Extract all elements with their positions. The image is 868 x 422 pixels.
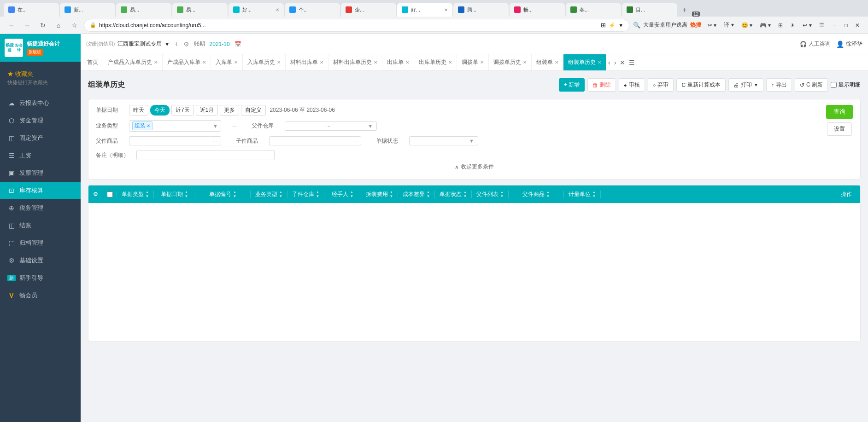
page-tab-home[interactable]: 首页 [82, 54, 103, 71]
export-button[interactable]: ↑ 导出 [766, 78, 792, 92]
scissors-tool[interactable]: ✂ ▾ [705, 21, 719, 29]
browser-tab-6[interactable]: 个... [285, 3, 340, 17]
settings-gear-icon[interactable]: ⚙ [183, 40, 189, 48]
th-cost1[interactable]: 拆装费用 ▲▼ [361, 191, 398, 198]
date-btn-yesterday[interactable]: 昨天 [129, 105, 148, 116]
browser-tab-10[interactable]: 畅... [510, 3, 565, 17]
page-tab-outbound-hist[interactable]: 出库单历史 ✕ [414, 54, 457, 71]
sidebar-item-guide[interactable]: 新 新手引导 [0, 269, 81, 287]
browser-tab-1[interactable]: 在... [4, 3, 59, 17]
parent-goods-select[interactable]: ··· [129, 136, 221, 145]
new-tab-button[interactable]: + [678, 4, 691, 17]
browser-tab-7[interactable]: 企... [341, 3, 396, 17]
grid-tool[interactable]: ⊞ [775, 21, 786, 29]
close-window-button[interactable]: ✕ [852, 21, 862, 29]
page-tab-inbound-hist[interactable]: 入库单历史 ✕ [243, 54, 286, 71]
settings-col-icon[interactable]: ⚙ [93, 191, 98, 197]
th-unit-sort[interactable]: ▲▼ [592, 191, 596, 198]
close-prod-inbound-hist[interactable]: ✕ [154, 60, 158, 65]
th-settings[interactable]: ⚙ [88, 191, 103, 197]
th-cost2-sort[interactable]: ▲▼ [427, 191, 430, 198]
sidebar-item-tax[interactable]: ⊕ 税务管理 [0, 199, 81, 217]
abandon-button[interactable]: ○ 弃审 [648, 78, 674, 92]
tab-close-current[interactable]: ✕ [618, 59, 627, 66]
refresh-button[interactable]: ↺ C 刷新 [795, 78, 828, 92]
page-tab-transfer[interactable]: 调拨单 ✕ [457, 54, 489, 71]
company-dropdown-arrow[interactable]: ▼ [164, 41, 170, 47]
browser-tab-12[interactable]: 目... [622, 3, 677, 17]
browser-tab-9[interactable]: 腾... [453, 3, 509, 17]
th-cost1-sort[interactable]: ▲▼ [390, 191, 393, 198]
add-button[interactable]: + 新增 [559, 78, 585, 92]
url-bar[interactable]: 🔒 https://cloud.chanjet.com/accounting/u… [84, 19, 629, 32]
sidebar-item-fixed-assets[interactable]: ◫ 固定资产 [0, 129, 81, 147]
browser-tab-8[interactable]: 好... ✕ [397, 3, 452, 17]
biz-type-tag-remove[interactable]: ✕ [147, 123, 150, 128]
parent-warehouse-more[interactable]: ··· [326, 123, 330, 129]
child-goods-more[interactable]: ··· [353, 138, 357, 144]
query-button[interactable]: 查询 [826, 105, 853, 119]
th-parent-goods-sort[interactable]: ▲▼ [546, 191, 550, 198]
period-value[interactable]: 2021-10 [210, 41, 230, 47]
tab-more-menu[interactable]: ☰ [627, 59, 637, 66]
company-selector[interactable]: (勿删勿禁用) 江西服宝测试专用 ▼ [86, 40, 170, 48]
game-tool[interactable]: 🎮 ▾ [757, 21, 774, 29]
close-prod-inbound[interactable]: ✕ [202, 60, 206, 65]
bill-status-arrow[interactable]: ▼ [469, 138, 474, 144]
forward-button[interactable]: → [21, 19, 33, 31]
close-mat-outbound[interactable]: ✕ [320, 60, 323, 65]
translate-tool[interactable]: 译 ▾ [721, 20, 736, 30]
child-goods-select[interactable]: ··· [269, 136, 361, 145]
menu-tool[interactable]: ☰ [816, 21, 827, 29]
print-dropdown-icon[interactable]: ▼ [754, 82, 758, 87]
sidebar-item-settings[interactable]: ⚙ 基础设置 [0, 252, 81, 269]
maximize-button[interactable]: □ [842, 21, 850, 29]
bookmark-button[interactable]: ☆ [68, 19, 80, 31]
sidebar-item-salary[interactable]: ☰ 工资 [0, 147, 81, 164]
page-tab-assembly-hist[interactable]: 组装单历史 ✕ [563, 54, 606, 71]
th-biz-type[interactable]: 业务类型 ▲▼ [251, 191, 287, 198]
filter-settings-button[interactable]: 设置 [827, 122, 852, 136]
sidebar-item-cloud-report[interactable]: ☁ 云报表中心 [0, 94, 81, 112]
brightness-tool[interactable]: ☀ [787, 21, 798, 29]
recalc-button[interactable]: C 重新计算成本 [676, 78, 726, 92]
sidebar-item-settle[interactable]: ◫ 结账 [0, 217, 81, 234]
th-bill-status-sort[interactable]: ▲▼ [463, 191, 467, 198]
parent-goods-more[interactable]: ··· [213, 138, 217, 144]
close-assembly-hist[interactable]: ✕ [598, 60, 601, 65]
biz-type-more[interactable]: ··· [232, 123, 237, 129]
sidebar-item-inventory[interactable]: ⊡ 库存核算 [0, 182, 81, 199]
minimize-button[interactable]: － [829, 20, 840, 30]
refresh-browser-button[interactable]: ↻ [37, 19, 49, 31]
audit-button[interactable]: ● 审核 [619, 78, 645, 92]
sidebar-item-vip[interactable]: V 畅会员 [0, 287, 81, 304]
close-outbound[interactable]: ✕ [405, 60, 409, 65]
page-tab-outbound[interactable]: 出库单 ✕ [382, 54, 414, 71]
tab-close-5[interactable]: ✕ [276, 7, 279, 12]
qr-icon[interactable]: ⊞ [601, 22, 606, 29]
browser-tab-3[interactable]: 易... [116, 3, 171, 17]
remarks-input[interactable] [136, 150, 275, 160]
page-tab-mat-outbound[interactable]: 材料出库单 ✕ [286, 54, 328, 71]
browser-tab-2[interactable]: 新... [60, 3, 115, 17]
biz-type-dropdown[interactable]: ▼ [213, 123, 218, 129]
th-parent-list-sort[interactable]: ▲▼ [500, 191, 504, 198]
page-tab-assembly[interactable]: 组装单 ✕ [532, 54, 563, 71]
browser-tab-5[interactable]: 好... ✕ [229, 3, 284, 17]
date-btn-today[interactable]: 今天 [150, 105, 170, 116]
tab-scroll-left[interactable]: ‹ [606, 59, 612, 66]
th-child-warehouse[interactable]: 子件仓库 ▲▼ [287, 191, 324, 198]
search-text[interactable]: 大量安卓用户逃离 [643, 21, 687, 29]
parent-warehouse-select[interactable]: ··· ▼ [285, 121, 377, 131]
th-handler[interactable]: 经手人 ▲▼ [324, 191, 361, 198]
close-transfer-hist[interactable]: ✕ [523, 60, 527, 65]
close-inbound-hist[interactable]: ✕ [277, 60, 281, 65]
page-tab-transfer-hist[interactable]: 调拨单历史 ✕ [489, 54, 532, 71]
sidebar-item-fund[interactable]: ⬡ 资金管理 [0, 112, 81, 129]
lightning-icon[interactable]: ⚡ [609, 22, 616, 29]
th-unit[interactable]: 计量单位 ▲▼ [564, 191, 601, 198]
home-button[interactable]: ⌂ [53, 19, 65, 31]
browser-tab-11[interactable]: 各... [566, 3, 621, 17]
close-outbound-hist[interactable]: ✕ [448, 60, 452, 65]
th-handler-sort[interactable]: ▲▼ [350, 191, 354, 198]
